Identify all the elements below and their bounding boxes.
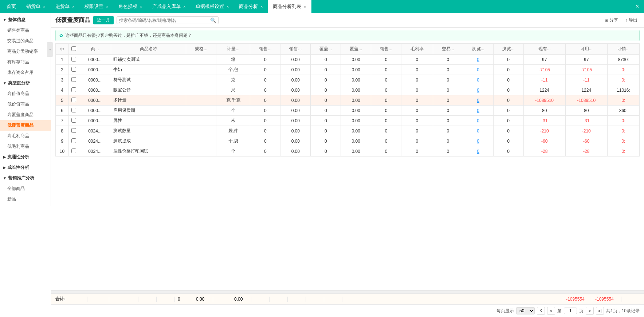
sidebar-group-flow[interactable]: ▶ 流通性分析	[0, 152, 51, 162]
cell-check[interactable]	[69, 126, 79, 136]
table-wrapper[interactable]: ⚙ 商... 商品名称 规格... 计量... 销售... 销售... 覆盖..…	[51, 43, 644, 290]
nav-home[interactable]: 首页	[1, 0, 21, 13]
row-checkbox[interactable]	[71, 108, 76, 112]
cell-b2: 0	[493, 136, 523, 146]
nav-product-in[interactable]: 产成品入库单 ×	[147, 0, 191, 13]
cell-check[interactable]	[69, 136, 79, 146]
cell-spec	[186, 126, 216, 136]
search-input[interactable]	[119, 18, 210, 23]
row-checkbox[interactable]	[71, 98, 76, 102]
browse-link[interactable]: 0	[477, 149, 479, 154]
th-sellable: 可销...	[607, 44, 639, 55]
sidebar-group-overall-label: 整体信息	[8, 17, 25, 23]
sidebar-item-sales-goods[interactable]: 销售类商品	[0, 25, 51, 36]
export-btn[interactable]: ↑ 导出	[623, 16, 640, 24]
row-checkbox[interactable]	[71, 57, 76, 62]
row-checkbox[interactable]	[71, 148, 76, 153]
sidebar-item-low-margin[interactable]: 低毛利商品	[0, 141, 51, 152]
cell-b1[interactable]: 0	[463, 146, 493, 156]
nav-permission-close[interactable]: ×	[106, 4, 108, 9]
cell-check[interactable]	[69, 75, 79, 85]
sidebar-item-high-value[interactable]: 高价值商品	[0, 88, 51, 99]
sidebar-item-stock-goods[interactable]: 有库存商品	[0, 57, 51, 67]
sidebar-group-overall[interactable]: ▼ 整体信息	[0, 15, 51, 25]
sidebar-item-high-margin[interactable]: 高毛利商品	[0, 131, 51, 141]
sidebar-item-stock-value[interactable]: 库存资金占用	[0, 67, 51, 78]
browse-link[interactable]: 0	[477, 88, 479, 93]
filter-btn[interactable]: 近一月	[93, 16, 114, 24]
browse-link[interactable]: 0	[477, 67, 479, 72]
sidebar-item-traded-goods[interactable]: 交易过的商品	[0, 36, 51, 46]
browse-link[interactable]: 0	[477, 98, 479, 103]
sidebar-group-marketing[interactable]: ▼ 营销推广分析	[0, 173, 51, 183]
cell-check[interactable]	[69, 85, 79, 95]
sidebar-group-growth[interactable]: ▶ 成长性分析	[0, 162, 51, 173]
row-checkbox[interactable]	[71, 128, 76, 133]
cell-b1[interactable]: 0	[463, 75, 493, 85]
cell-b1[interactable]: 0	[463, 106, 493, 116]
sidebar-item-low-cover[interactable]: 低覆盖度商品	[0, 120, 51, 131]
browse-link[interactable]: 0	[477, 139, 479, 144]
cell-b1[interactable]: 0	[463, 55, 493, 65]
nav-goods-analysis[interactable]: 商品分析 ×	[234, 0, 268, 13]
cell-b1[interactable]: 0	[463, 116, 493, 126]
sidebar-collapse-btn[interactable]: «	[47, 42, 53, 57]
th-settings[interactable]: ⚙	[56, 44, 69, 55]
nav-template-close[interactable]: ×	[227, 4, 229, 9]
window-close-btn[interactable]: ×	[632, 0, 643, 13]
cell-c1: 0	[311, 85, 341, 95]
nav-product-in-close[interactable]: ×	[183, 4, 185, 9]
cell-c2: 0.00	[341, 55, 371, 65]
nav-purchase[interactable]: 进货单 ×	[50, 0, 79, 13]
sidebar-item-high-cover[interactable]: 高覆盖度商品	[0, 110, 51, 120]
row-checkbox[interactable]	[71, 77, 76, 82]
total-label: 共1页，10条记录	[606, 308, 640, 314]
nav-sales-close[interactable]: ×	[43, 4, 45, 9]
browse-link[interactable]: 0	[477, 78, 479, 83]
row-checkbox[interactable]	[71, 138, 76, 143]
browse-link[interactable]: 0	[477, 57, 479, 62]
cell-b1[interactable]: 0	[463, 126, 493, 136]
page-number-input[interactable]	[564, 308, 577, 314]
nav-role[interactable]: 角色授权 ×	[113, 0, 147, 13]
browse-link[interactable]: 0	[477, 118, 479, 123]
nav-sales[interactable]: 销货单 ×	[21, 0, 50, 13]
cell-check[interactable]	[69, 95, 79, 106]
select-all-checkbox[interactable]	[71, 46, 76, 51]
scrollbar[interactable]	[51, 290, 644, 293]
row-checkbox[interactable]	[71, 87, 76, 92]
cell-check[interactable]	[69, 106, 79, 116]
browse-link[interactable]: 0	[477, 108, 479, 113]
nav-goods-analysis-close[interactable]: ×	[260, 4, 263, 9]
cell-b1[interactable]: 0	[463, 85, 493, 95]
last-page-btn[interactable]: >|	[596, 307, 604, 315]
per-page-select[interactable]: 50 100 200	[516, 307, 535, 314]
cell-gross: 0	[401, 95, 433, 106]
sidebar-item-all-goods[interactable]: 全部商品	[0, 183, 51, 194]
browse-link[interactable]: 0	[477, 128, 479, 134]
share-btn[interactable]: ⊞ 分享	[602, 16, 620, 24]
prev-page-btn[interactable]: <	[547, 307, 555, 315]
first-page-btn[interactable]: K	[537, 307, 545, 315]
settings-icon[interactable]: ⚙	[60, 47, 64, 52]
sidebar-item-category-rate[interactable]: 商品分类动销率	[0, 46, 51, 57]
cell-b1[interactable]: 0	[463, 95, 493, 106]
sidebar-group-type[interactable]: ▼ 类型度分析	[0, 78, 51, 88]
cell-check[interactable]	[69, 146, 79, 156]
nav-goods-list[interactable]: 商品分析列表 ×	[268, 0, 311, 13]
sidebar-item-low-value[interactable]: 低价值商品	[0, 99, 51, 110]
row-checkbox[interactable]	[71, 118, 76, 123]
nav-permission[interactable]: 权限设置 ×	[79, 0, 113, 13]
nav-template[interactable]: 单据模板设置 ×	[191, 0, 234, 13]
cell-check[interactable]	[69, 116, 79, 126]
sidebar-item-new-goods[interactable]: 新品	[0, 194, 51, 205]
cell-check[interactable]	[69, 65, 79, 75]
nav-goods-list-close[interactable]: ×	[304, 4, 306, 9]
cell-check[interactable]	[69, 55, 79, 65]
nav-purchase-close[interactable]: ×	[72, 4, 74, 9]
cell-b1[interactable]: 0	[463, 65, 493, 75]
row-checkbox[interactable]	[71, 67, 76, 72]
cell-b1[interactable]: 0	[463, 136, 493, 146]
nav-role-close[interactable]: ×	[140, 4, 142, 9]
next-page-btn[interactable]: >	[586, 307, 594, 315]
